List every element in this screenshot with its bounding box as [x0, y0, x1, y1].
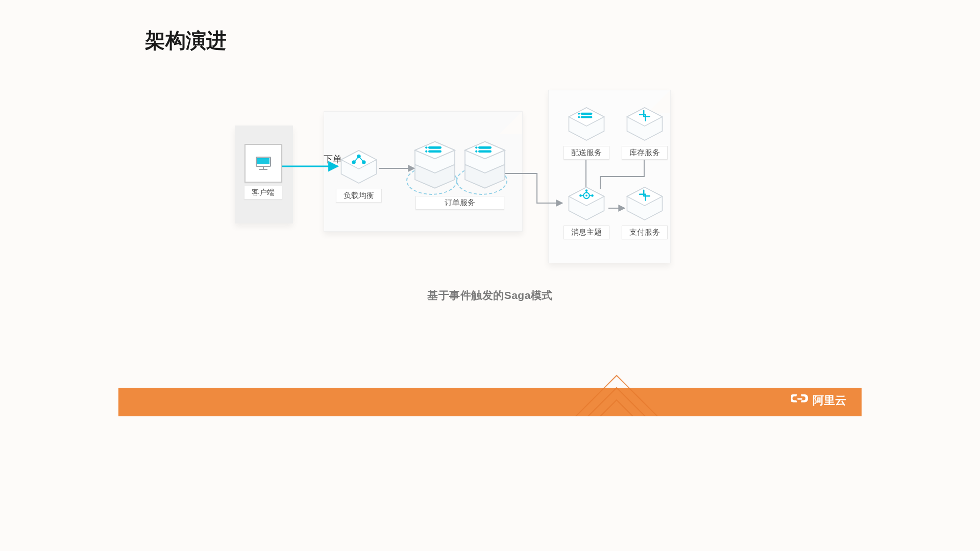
node-client: 客户端	[244, 144, 282, 199]
footer-brand-text: 阿里云	[813, 393, 846, 408]
svg-point-21	[425, 151, 427, 153]
footer-band	[118, 388, 862, 416]
svg-point-43	[585, 189, 588, 192]
diagram-caption: 基于事件触发的Saga模式	[118, 288, 862, 303]
svg-point-42	[591, 194, 594, 197]
node-order-service-label: 订单服务	[415, 196, 504, 210]
node-delivery-service-label: 配送服务	[564, 146, 609, 160]
node-load-balancer: 负载均衡	[336, 148, 382, 203]
node-message-topic: 消息主题	[564, 185, 609, 239]
svg-point-28	[475, 151, 477, 153]
order-service-stack-b	[461, 140, 509, 193]
node-inventory-service-label: 库存服务	[622, 146, 668, 160]
svg-rect-49	[797, 398, 802, 400]
slide: 架构演进 下单	[118, 0, 862, 416]
delivery-service-icon	[565, 105, 608, 143]
node-client-label: 客户端	[244, 186, 282, 199]
svg-rect-19	[428, 150, 442, 153]
svg-rect-25	[478, 146, 492, 149]
order-service-stack-a	[411, 140, 459, 193]
message-topic-icon	[565, 185, 608, 222]
svg-rect-5	[257, 158, 270, 164]
footer-logo: 阿里云	[791, 392, 846, 409]
svg-rect-31	[580, 113, 592, 115]
svg-point-33	[578, 113, 580, 115]
node-inventory-service: 库存服务	[622, 105, 668, 160]
node-delivery-service: 配送服务	[564, 105, 609, 160]
svg-rect-18	[428, 146, 442, 149]
svg-point-41	[579, 194, 582, 197]
node-payment-service: 支付服务	[622, 185, 668, 239]
inventory-service-icon	[623, 105, 666, 143]
node-message-topic-label: 消息主题	[564, 226, 609, 239]
svg-rect-26	[478, 150, 492, 153]
page-title: 架构演进	[145, 27, 227, 55]
node-load-balancer-label: 负载均衡	[336, 189, 382, 203]
payment-service-icon	[623, 185, 666, 222]
node-order-service: 订单服务	[411, 140, 508, 210]
alibaba-cloud-logo-icon	[791, 392, 808, 409]
node-payment-service-label: 支付服务	[622, 226, 668, 239]
svg-point-27	[475, 146, 477, 148]
svg-point-40	[585, 195, 587, 197]
svg-point-34	[578, 116, 580, 118]
svg-point-20	[425, 146, 427, 148]
load-balancer-icon	[337, 148, 380, 186]
client-monitor-icon	[244, 144, 282, 183]
svg-rect-32	[580, 116, 592, 118]
